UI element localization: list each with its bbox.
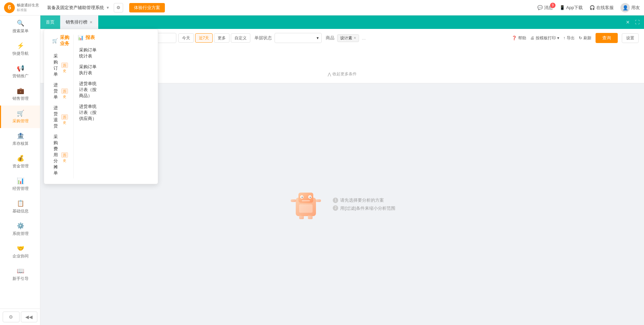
purchase-expense-item[interactable]: 采购费用分摊单 历史 [52, 131, 69, 178]
purchase-receive-history: 历史 [61, 88, 68, 94]
report-receive-product-item[interactable]: 进货单统计表（按商品） [78, 78, 98, 101]
purchase-section-icon: 🛒 [52, 38, 58, 43]
purchase-order-history: 历史 [61, 63, 68, 68]
purchase-receive-label: 进货单 [53, 82, 59, 100]
purchase-section: 🛒 采购业务 采购订单 历史 进货单 历史 进货退货 历史 采购费用分摊单 历史 [49, 35, 72, 178]
report-order-stat-item[interactable]: 采购订单统计表 [78, 45, 98, 62]
report-section: 📊 报表 采购订单统计表 采购订单执行表 进货单统计表（按商品） 进货单统计表（… [75, 35, 101, 178]
purchase-section-label: 采购业务 [60, 35, 69, 47]
dropdown-two-col: 🛒 采购业务 采购订单 历史 进货单 历史 进货退货 历史 采购费用分摊单 历史 [49, 35, 101, 178]
purchase-expense-label: 采购费用分摊单 [53, 134, 59, 176]
report-receive-supplier-label: 进货单统计表（按供应商） [79, 104, 97, 122]
purchase-expense-history: 历史 [61, 152, 68, 158]
purchase-return-label: 进货退货 [53, 105, 59, 129]
report-receive-supplier-item[interactable]: 进货单统计表（按供应商） [78, 101, 98, 124]
report-receive-product-label: 进货单统计表（按商品） [79, 81, 97, 99]
report-section-icon: 📊 [78, 35, 83, 40]
report-section-label: 报表 [85, 35, 95, 41]
purchase-dropdown-menu: 🛒 采购业务 采购订单 历史 进货单 历史 进货退货 历史 采购费用分摊单 历史 [44, 29, 158, 184]
purchase-receive-item[interactable]: 进货单 历史 [52, 80, 69, 103]
purchase-order-item[interactable]: 采购订单 历史 [52, 51, 69, 80]
purchase-return-history: 历史 [61, 114, 68, 120]
purchase-section-title: 🛒 采购业务 [52, 35, 69, 47]
report-order-stat-label: 采购订单统计表 [79, 47, 97, 59]
report-order-exec-label: 采购订单执行表 [79, 64, 97, 76]
purchase-order-label: 采购订单 [53, 53, 59, 77]
report-order-exec-item[interactable]: 采购订单执行表 [78, 62, 98, 78]
purchase-return-item[interactable]: 进货退货 历史 [52, 103, 69, 131]
report-section-title: 📊 报表 [78, 35, 98, 41]
